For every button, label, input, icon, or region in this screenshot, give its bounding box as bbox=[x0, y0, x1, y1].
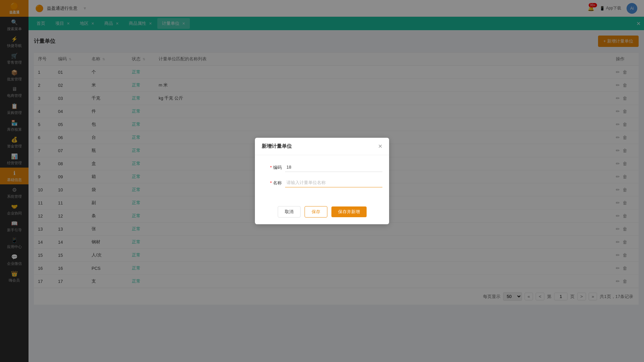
required-mark: * bbox=[270, 180, 272, 185]
name-label: * 名称 bbox=[262, 180, 285, 186]
save-button[interactable]: 保存 bbox=[305, 206, 327, 218]
modal-title: 新增计量单位 bbox=[262, 143, 292, 149]
code-label: * 编码 bbox=[262, 165, 285, 171]
form-item-name: * 名称 bbox=[262, 179, 382, 187]
modal-overlay: 新增计量单位 ✕ * 编码 * 名称 取消 保存 保存并新增 bbox=[0, 0, 644, 362]
modal-footer: 取消 保存 保存并新增 bbox=[255, 202, 389, 224]
modal-body: * 编码 * 名称 bbox=[255, 155, 389, 202]
modal-close-button[interactable]: ✕ bbox=[378, 143, 382, 149]
modal-header: 新增计量单位 ✕ bbox=[255, 138, 389, 155]
code-label-text: 编码 bbox=[273, 165, 282, 170]
name-input[interactable] bbox=[285, 179, 382, 187]
cancel-button[interactable]: 取消 bbox=[278, 206, 301, 218]
save-continue-button[interactable]: 保存并新增 bbox=[331, 206, 367, 217]
name-label-text: 名称 bbox=[273, 180, 282, 185]
required-mark: * bbox=[270, 165, 272, 170]
add-unit-modal: 新增计量单位 ✕ * 编码 * 名称 取消 保存 保存并新增 bbox=[255, 138, 389, 224]
code-input[interactable] bbox=[285, 163, 382, 172]
form-item-code: * 编码 bbox=[262, 163, 382, 172]
